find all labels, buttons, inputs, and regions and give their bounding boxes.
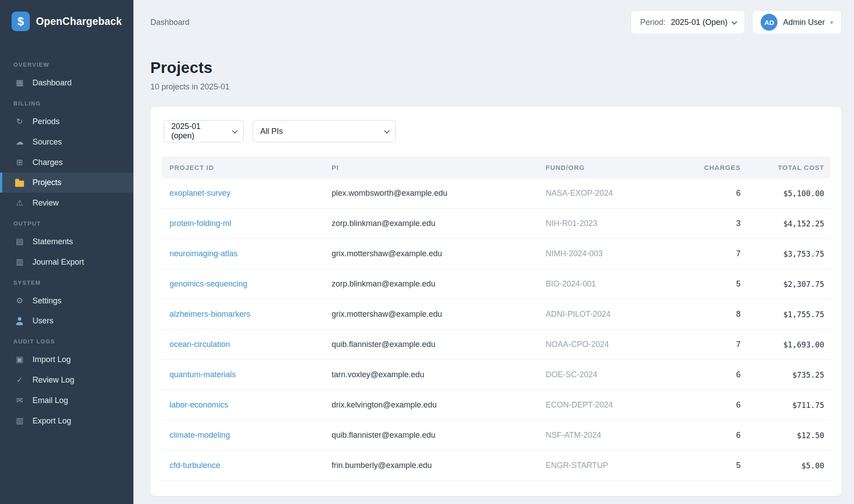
charges-cell: 6 bbox=[673, 390, 747, 420]
gear-icon: ⚙ bbox=[14, 296, 25, 306]
sidebar-item-label: Email Log bbox=[32, 396, 68, 405]
cloud-icon: ☁ bbox=[14, 137, 25, 147]
project-link[interactable]: alzheimers-biomarkers bbox=[169, 310, 250, 319]
sidebar-item-charges[interactable]: ⊞Charges bbox=[0, 152, 133, 173]
pi-email-cell: frin.bumberly@example.edu bbox=[325, 451, 539, 481]
sidebar-item-label: Users bbox=[32, 316, 53, 326]
sidebar-item-label: Dashboard bbox=[32, 78, 72, 88]
column-header-total-cost: TOTAL COST bbox=[747, 157, 830, 178]
total-cost-cell: $1,693.00 bbox=[747, 330, 830, 360]
project-link[interactable]: genomics-sequencing bbox=[169, 279, 247, 288]
project-link[interactable]: exoplanet-survey bbox=[169, 189, 230, 198]
total-cost-cell: $12.50 bbox=[747, 420, 830, 451]
charges-cell: 6 bbox=[673, 360, 747, 390]
charges-cell: 7 bbox=[673, 330, 747, 360]
project-link[interactable]: protein-folding-ml bbox=[169, 219, 231, 228]
table-row: exoplanet-surveyplex.wombsworth@example.… bbox=[161, 178, 830, 209]
project-id-cell: genomics-sequencing bbox=[161, 269, 325, 299]
table-row: alzheimers-biomarkersgrix.mottershaw@exa… bbox=[161, 299, 830, 330]
period-selector[interactable]: Period: 2025-01 (Open) bbox=[631, 10, 745, 34]
sidebar-nav: OVERVIEW▦DashboardBILLING↻Periods☁Source… bbox=[0, 44, 133, 431]
sidebar-item-review[interactable]: ⚠Review bbox=[0, 193, 133, 213]
projects-table: PROJECT ID PI FUND/ORG CHARGES TOTAL COS… bbox=[161, 157, 830, 481]
total-cost-cell: $5.00 bbox=[747, 451, 830, 481]
pi-email-cell: zorp.blinkman@example.edu bbox=[325, 209, 539, 239]
column-header-charges: CHARGES bbox=[673, 157, 747, 178]
project-link[interactable]: quantum-materials bbox=[169, 370, 236, 379]
projects-table-body: exoplanet-surveyplex.wombsworth@example.… bbox=[161, 178, 830, 481]
sidebar-item-statements[interactable]: ▤Statements bbox=[0, 231, 133, 252]
charges-cell: 6 bbox=[673, 420, 747, 451]
sidebar-item-export-log[interactable]: ▥Export Log bbox=[0, 411, 133, 431]
sidebar-item-label: Export Log bbox=[32, 416, 71, 426]
app-logo[interactable]: $ OpenChargeback bbox=[0, 0, 133, 44]
charges-cell: 5 bbox=[673, 451, 747, 481]
project-id-cell: quantum-materials bbox=[161, 360, 325, 390]
pi-email-cell: tarn.voxley@example.edu bbox=[325, 360, 539, 390]
sidebar-item-sources[interactable]: ☁Sources bbox=[0, 132, 133, 152]
project-link[interactable]: labor-economics bbox=[169, 400, 228, 409]
page-content: Projects 10 projects in 2025-01 2025-01 … bbox=[133, 44, 854, 496]
chevron-down-icon bbox=[732, 19, 737, 24]
document-icon: ▤ bbox=[14, 237, 25, 246]
breadcrumb: Dashboard bbox=[150, 18, 189, 27]
page-subtitle: 10 projects in 2025-01 bbox=[150, 82, 842, 92]
project-link[interactable]: climate-modeling bbox=[169, 431, 230, 439]
pi-email-cell: drix.kelvington@example.edu bbox=[325, 390, 539, 420]
sidebar-item-review-log[interactable]: ✓Review Log bbox=[0, 370, 133, 390]
total-cost-cell: $1,755.75 bbox=[747, 299, 830, 330]
caret-down-icon: ▾ bbox=[830, 19, 833, 26]
fund-org-cell: DOE-SC-2024 bbox=[540, 360, 673, 390]
column-header-fund-org: FUND/ORG bbox=[540, 157, 673, 178]
sidebar-item-label: Charges bbox=[32, 158, 63, 167]
check-icon: ✓ bbox=[14, 375, 25, 385]
topbar: Dashboard Period: 2025-01 (Open) AD Admi… bbox=[133, 0, 854, 44]
sidebar-item-periods[interactable]: ↻Periods bbox=[0, 111, 133, 132]
sidebar-item-users[interactable]: Users bbox=[0, 311, 133, 331]
chevron-down-icon bbox=[384, 128, 390, 133]
pi-email-cell: grix.mottershaw@example.edu bbox=[325, 239, 539, 269]
user-name: Admin User bbox=[783, 18, 825, 27]
sidebar-item-import-log[interactable]: ▣Import Log bbox=[0, 349, 133, 370]
pi-filter-select[interactable]: All PIs bbox=[253, 120, 396, 142]
table-row: climate-modelingquib.flannister@example.… bbox=[161, 420, 830, 451]
period-filter-select[interactable]: 2025-01 (open) bbox=[164, 120, 244, 142]
avatar: AD bbox=[761, 14, 777, 31]
charges-cell: 3 bbox=[673, 209, 747, 239]
table-row: cfd-turbulencefrin.bumberly@example.eduE… bbox=[161, 451, 830, 481]
table-row: quantum-materialstarn.voxley@example.edu… bbox=[161, 360, 830, 390]
column-header-project-id: PROJECT ID bbox=[161, 157, 325, 178]
pi-email-cell: plex.wombsworth@example.edu bbox=[325, 178, 539, 209]
sidebar-item-settings[interactable]: ⚙Settings bbox=[0, 290, 133, 311]
topbar-right: Period: 2025-01 (Open) AD Admin User ▾ bbox=[631, 10, 842, 34]
sidebar-item-label: Sources bbox=[32, 137, 62, 147]
refresh-icon: ↻ bbox=[14, 117, 25, 126]
user-menu[interactable]: AD Admin User ▾ bbox=[752, 10, 842, 34]
fund-org-cell: NIMH-2024-003 bbox=[540, 239, 673, 269]
inbox-icon: ▣ bbox=[14, 355, 25, 364]
charges-cell: 5 bbox=[673, 269, 747, 299]
fund-org-cell: NIH-R01-2023 bbox=[540, 209, 673, 239]
sidebar-item-email-log[interactable]: ✉Email Log bbox=[0, 390, 133, 411]
project-link[interactable]: neuroimaging-atlas bbox=[169, 249, 238, 258]
table-row: protein-folding-mlzorp.blinkman@example.… bbox=[161, 209, 830, 239]
total-cost-cell: $3,753.75 bbox=[747, 239, 830, 269]
email-icon: ✉ bbox=[14, 395, 25, 405]
charges-cell: 6 bbox=[673, 178, 747, 209]
period-value: 2025-01 (Open) bbox=[671, 18, 736, 27]
project-id-cell: climate-modeling bbox=[161, 420, 325, 451]
folder-icon bbox=[14, 179, 25, 187]
project-link[interactable]: ocean-circulation bbox=[169, 340, 230, 349]
sidebar-item-dashboard[interactable]: ▦Dashboard bbox=[0, 73, 133, 93]
project-link[interactable]: cfd-turbulence bbox=[169, 461, 220, 470]
project-id-cell: labor-economics bbox=[161, 390, 325, 420]
sidebar-item-projects[interactable]: Projects bbox=[0, 173, 133, 193]
sidebar-item-label: Projects bbox=[32, 178, 61, 187]
fund-org-cell: ECON-DEPT-2024 bbox=[540, 390, 673, 420]
fund-org-cell: NASA-EXOP-2024 bbox=[540, 178, 673, 209]
sidebar-item-label: Periods bbox=[32, 117, 60, 126]
project-id-cell: cfd-turbulence bbox=[161, 451, 325, 481]
sidebar-section-label: AUDIT LOGS bbox=[0, 331, 133, 349]
sidebar-item-journal-export[interactable]: ▥Journal Export bbox=[0, 252, 133, 272]
project-id-cell: protein-folding-ml bbox=[161, 209, 325, 239]
